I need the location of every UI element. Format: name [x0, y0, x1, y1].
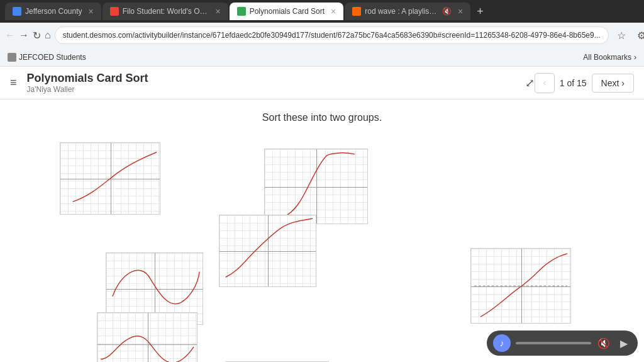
tab-title-4: rod wave : A playlist by N...	[365, 7, 438, 16]
app-subtitle: Ja'Niya Waller	[27, 85, 525, 94]
curve-1	[60, 143, 160, 214]
all-bookmarks-label[interactable]: All Bookmarks	[583, 53, 631, 62]
tab-favicon-4	[352, 7, 361, 16]
prev-page-button[interactable]: ‹	[535, 73, 555, 93]
audio-play-button[interactable]: ♪	[493, 334, 511, 352]
tab-title-2: Filo Student: World's Only Live...	[123, 7, 209, 16]
tab-jefferson-county[interactable]: Jefferson County ×	[5, 3, 101, 20]
tab-close-2[interactable]: ×	[216, 6, 221, 16]
audio-mute-icon: 🔇	[597, 337, 610, 349]
audio-next-icon: ▶	[620, 337, 628, 349]
sort-instruction: Sort these into two groups.	[13, 112, 631, 123]
main-content: Sort these into two groups.	[0, 99, 644, 362]
nav-bar: ← → ↻ ⌂ student.desmos.com/activitybuild…	[0, 23, 644, 48]
tab-title-1: Jefferson County	[25, 7, 82, 16]
next-label: Next	[601, 78, 619, 88]
graph-card-3[interactable]	[219, 215, 316, 287]
tab-favicon-1	[13, 7, 21, 16]
tab-filo[interactable]: Filo Student: World's Only Live... ×	[103, 3, 228, 20]
bookmarks-bar: JEFCOED Students All Bookmarks ›	[0, 48, 644, 67]
nav-actions: ☆ ⚙ ⋮	[613, 26, 644, 44]
bookmarks-item-jefcoed[interactable]: JEFCOED Students	[8, 53, 86, 62]
graph-card-2[interactable]	[264, 149, 368, 224]
curve-2	[265, 149, 367, 223]
tab-favicon-2	[110, 7, 119, 16]
graph-card-5[interactable]	[97, 312, 197, 362]
bookmarks-label-jefcoed: JEFCOED Students	[19, 53, 86, 62]
tab-rodwave[interactable]: rod wave : A playlist by N... 🔇 ×	[345, 3, 470, 20]
forward-button[interactable]: →	[19, 26, 29, 44]
app-title: Polynomials Card Sort	[27, 72, 525, 85]
audio-progress-bar[interactable]	[516, 342, 591, 344]
pagination: ‹ 1 of 15 Next ›	[535, 73, 634, 93]
next-page-button[interactable]: Next ›	[592, 74, 634, 93]
address-bar[interactable]: student.desmos.com/activitybuilder/insta…	[55, 26, 609, 44]
tab-title-3: Polynomials Card Sort	[250, 7, 325, 16]
tab-close-3[interactable]: ×	[331, 6, 336, 16]
cards-container	[13, 136, 631, 362]
bookmark-star-button[interactable]: ☆	[613, 26, 630, 44]
curve-5	[97, 313, 197, 362]
audio-play-icon: ♪	[500, 338, 504, 348]
extensions-button[interactable]: ⚙	[633, 26, 644, 44]
tab-close-4[interactable]: ×	[458, 6, 463, 16]
address-text: student.desmos.com/activitybuilder/insta…	[63, 31, 601, 40]
page-count: 1 of 15	[560, 78, 587, 88]
app-header: ≡ Polynomials Card Sort Ja'Niya Waller ⤢…	[0, 67, 644, 99]
audio-mute-button[interactable]: 🔇	[596, 336, 611, 351]
tab-close-1[interactable]: ×	[89, 6, 94, 16]
bookmarks-chevron-icon: ›	[634, 53, 636, 62]
hamburger-menu-button[interactable]: ≡	[10, 76, 17, 89]
tab-favicon-3	[237, 7, 246, 16]
next-chevron-icon: ›	[621, 78, 625, 88]
bookmarks-right: All Bookmarks ›	[583, 53, 636, 62]
graph-card-7[interactable]	[470, 248, 571, 324]
audio-next-button[interactable]: ▶	[616, 336, 631, 351]
back-button[interactable]: ←	[5, 26, 15, 44]
app-title-block: Polynomials Card Sort Ja'Niya Waller	[27, 72, 525, 94]
expand-icon[interactable]: ⤢	[525, 76, 535, 90]
graph-card-1[interactable]	[60, 142, 160, 215]
home-button[interactable]: ⌂	[45, 26, 51, 44]
curve-3	[219, 215, 316, 286]
reload-button[interactable]: ↻	[33, 26, 41, 44]
audio-player: ♪ 🔇 ▶	[487, 331, 638, 356]
new-tab-button[interactable]: +	[472, 5, 489, 18]
tab-polynomials[interactable]: Polynomials Card Sort ×	[230, 3, 344, 20]
tab-bar: Jefferson County × Filo Student: World's…	[0, 0, 644, 23]
tab-mute-icon: 🔇	[442, 7, 452, 16]
bookmarks-favicon-jefcoed	[8, 53, 16, 62]
curve-7	[471, 249, 570, 323]
